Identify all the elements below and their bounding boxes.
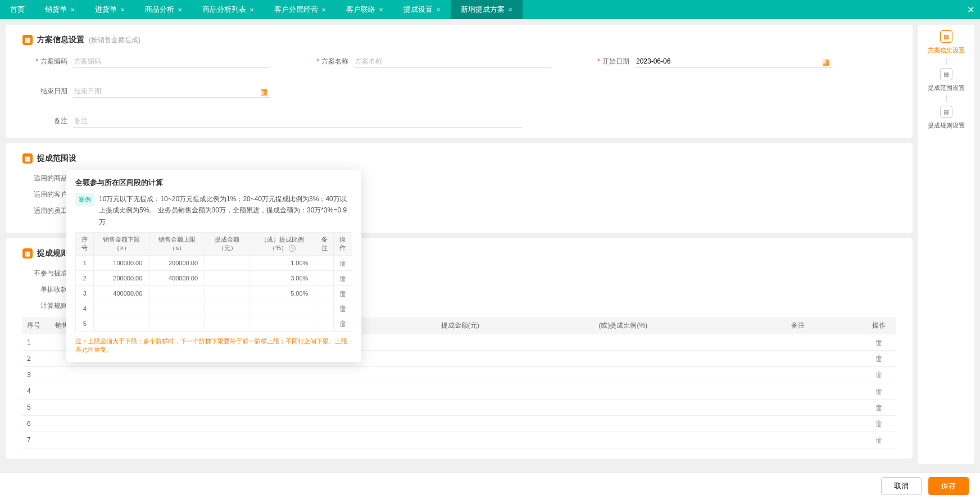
col-idx: 序号 [22,317,51,334]
pop-col-remark: 备注 [315,233,333,256]
table-row: 2200000.00400000.003.00%🗑 [76,271,352,286]
close-icon[interactable]: ✕ [70,7,75,13]
col-op: 操作 [862,317,896,334]
single-doc-label: 单据收款 [22,285,67,294]
tab-sales[interactable]: 销货单✕ [35,0,85,19]
anchor-divider [946,58,947,65]
cancel-button[interactable]: 取消 [881,477,922,495]
close-icon[interactable]: ✕ [436,7,441,13]
pop-col-upper: 销售金额上限（≤） [149,233,205,256]
remark-input[interactable] [73,115,523,128]
tab-bar: 首页 销货单✕ 进货单✕ 商品分析✕ 商品分析列表✕ 客户分层经营✕ 客户联络✕… [0,0,980,19]
close-icon[interactable]: ✕ [178,7,182,13]
close-icon[interactable]: ✕ [508,7,512,13]
code-label: 方案编码 [22,57,67,66]
close-icon[interactable]: ✕ [379,7,383,13]
start-date-input[interactable] [635,55,832,68]
table-row[interactable]: 5🗑 [22,400,896,416]
anchor-label-info[interactable]: 方案信息设置 [928,46,965,55]
panel-title: 方案信息设置 [37,35,84,45]
anchor-icon-info[interactable]: ▦ [940,30,952,43]
trash-icon[interactable]: 🗑 [875,419,883,428]
trash-icon[interactable]: 🗑 [339,319,347,328]
col-amount: 提成金额(元) [437,317,595,334]
close-icon[interactable]: ✕ [249,7,254,13]
close-all-icon[interactable]: ✕ [967,4,974,15]
pop-col-op: 操作 [333,233,352,256]
trash-icon[interactable]: 🗑 [339,274,347,283]
remark-label: 备注 [22,116,67,126]
customer-label: 适用的客户 [22,190,67,199]
anchor-icon-scope[interactable]: ▦ [940,68,952,80]
close-icon[interactable]: ✕ [120,7,125,13]
popup-table: 序号 销售金额下限（>） 销售金额上限（≤） 提成金额（元） （或）提成比例（%… [75,232,352,332]
start-date-label: 开始日期 [584,57,629,66]
trash-icon[interactable]: 🗑 [875,436,883,444]
tab-goods-analysis-list[interactable]: 商品分析列表✕ [192,0,264,19]
panel-subtitle: (按销售金额提成) [89,35,140,45]
table-row[interactable]: 4🗑 [22,383,896,400]
popup-note: 注：上限必须大于下限；多个阶梯时，下一个阶梯下限要等于前一阶梯上限；不同行之间下… [75,337,352,354]
panel-title: 提成范围设 [37,153,76,164]
table-row[interactable]: 6🗑 [22,416,896,432]
tab-commission-settings[interactable]: 提成设置✕ [393,0,451,19]
panel-icon: ▦ [22,153,33,164]
table-row: 5🗑 [76,316,352,332]
example-text: 10万元以下无提成；10~20万元提成比例为1%；20~40万元提成比例为3%；… [99,193,352,228]
name-label: 方案名称 [303,57,348,66]
end-date-label: 结束日期 [22,87,67,96]
tab-purchase[interactable]: 进货单✕ [85,0,135,19]
popup-title: 全额参与所在区间段的计算 [75,178,352,188]
col-remark: 备注 [787,317,862,334]
anchor-icon-rule[interactable]: ▦ [940,106,952,118]
anchor-nav: ▦ 方案信息设置 ▦ 提成范围设置 ▦ 提成规则设置 [918,25,974,464]
trash-icon[interactable]: 🗑 [875,338,883,347]
no-commission-label: 不参与提成 [22,269,67,278]
info-icon[interactable]: ? [289,245,296,252]
goods-label: 适用的商品 [22,174,67,183]
pop-col-lower: 销售金额下限（>） [94,233,149,256]
tab-home[interactable]: 首页 [0,0,35,19]
tab-new-commission[interactable]: 新增提成方案✕ [451,0,523,19]
trash-icon[interactable]: 🗑 [339,258,347,267]
table-row[interactable]: 7🗑 [22,432,896,448]
calc-rule-label: 计算规则 [22,301,67,311]
panel-icon: ▦ [22,35,33,45]
trash-icon[interactable]: 🗑 [875,354,883,363]
save-button[interactable]: 保存 [928,477,969,495]
info-panel: ▦ 方案信息设置 (按销售金额提成) 方案编码 方案名称 开始日期 ▦ [6,25,913,138]
example-popup: 全额参与所在区间段的计算 案例 10万元以下无提成；10~20万元提成比例为1%… [66,170,361,362]
example-tag: 案例 [75,193,94,206]
footer-bar: 取消 保存 [0,472,980,498]
code-input[interactable] [73,55,270,68]
panel-icon: ▦ [22,248,33,258]
pop-col-idx: 序号 [76,233,94,256]
table-row: 1100000.00200000.001.00%🗑 [76,256,352,271]
end-date-input[interactable] [73,85,270,98]
trash-icon[interactable]: 🗑 [875,370,883,379]
tab-customer-tier[interactable]: 客户分层经营✕ [264,0,336,19]
close-icon[interactable]: ✕ [321,7,326,13]
trash-icon[interactable]: 🗑 [875,387,883,396]
tab-customer-contact[interactable]: 客户联络✕ [336,0,393,19]
table-row[interactable]: 3🗑 [22,367,896,383]
tab-goods-analysis[interactable]: 商品分析✕ [135,0,192,19]
pop-col-amount: 提成金额（元） [205,233,250,256]
anchor-label-rule[interactable]: 提成规则设置 [928,121,965,130]
table-row: 4🗑 [76,301,352,316]
trash-icon[interactable]: 🗑 [339,304,347,313]
anchor-divider [946,96,947,102]
trash-icon[interactable]: 🗑 [339,289,347,298]
pop-col-ratio: （或）提成比例（%） ? [249,233,315,256]
col-ratio: (或)提成比例(%) [594,317,787,334]
name-input[interactable] [354,55,551,68]
staff-label: 适用的员工 [22,206,67,216]
table-row: 3400000.005.00%🗑 [76,286,352,301]
anchor-label-scope[interactable]: 提成范围设置 [928,84,965,92]
trash-icon[interactable]: 🗑 [875,403,883,412]
